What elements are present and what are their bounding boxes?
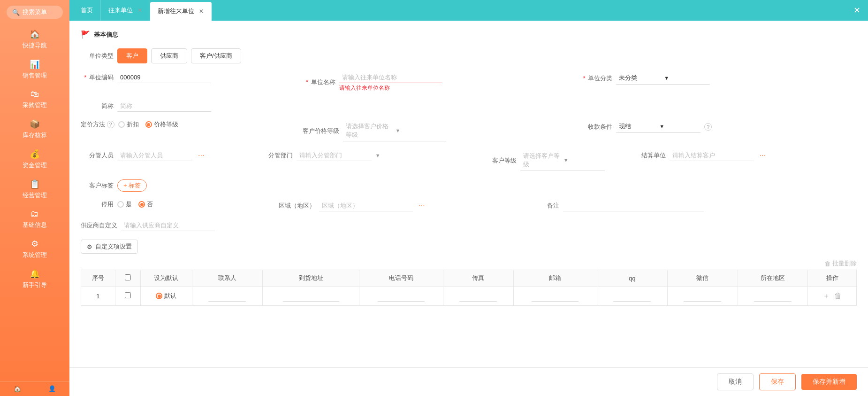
department-input[interactable] — [297, 150, 372, 161]
unit-btn-supplier[interactable]: 供应商 — [151, 48, 187, 63]
radio-disabled-no[interactable]: 否 — [138, 200, 153, 209]
alias-input[interactable] — [117, 101, 211, 112]
sidebar-item-label: 销售管理 — [23, 71, 47, 80]
search-menu-label: 搜索菜单 — [23, 8, 47, 16]
address-input[interactable] — [283, 290, 339, 302]
qq-input[interactable] — [613, 290, 651, 302]
unit-name-input[interactable] — [339, 72, 442, 83]
custom-settings-label: 自定义项设置 — [95, 242, 132, 251]
sidebar-item-operations[interactable]: 📋 经营管理 — [0, 174, 69, 204]
unit-type-label: 单位类型 — [81, 52, 114, 60]
unit-type-group: 客户 供应商 客户/供应商 — [117, 48, 241, 63]
table-cell-email[interactable] — [513, 287, 597, 306]
sidebar-item-finance[interactable]: 💰 资金管理 — [0, 144, 69, 174]
tab-new-counterpart-close[interactable]: ✕ — [199, 8, 204, 15]
table-cell-qq[interactable] — [597, 287, 667, 306]
guide-icon: 🔔 — [30, 269, 40, 279]
tab-home[interactable]: 首页 — [73, 0, 101, 21]
supervisor-more-icon[interactable]: ··· — [196, 151, 206, 160]
sidebar-item-sales[interactable]: 📊 销售管理 — [0, 54, 69, 85]
unit-name-error-msg: 请输入往来单位名称 — [339, 84, 580, 92]
table-cell-wechat[interactable] — [667, 287, 738, 306]
wechat-input[interactable] — [684, 290, 721, 302]
region-more-icon[interactable]: ··· — [417, 202, 426, 210]
sidebar-item-quick-nav[interactable]: 🏠 快捷导航 — [0, 24, 69, 54]
sidebar-item-system[interactable]: ⚙ 系统管理 — [0, 234, 69, 264]
add-tag-button[interactable]: + 标签 — [117, 179, 147, 192]
payment-terms-select[interactable]: 现结 ▼ — [616, 120, 700, 133]
table-cell-phone[interactable] — [359, 287, 443, 306]
table-cell-address[interactable] — [262, 287, 359, 306]
disabled-radio-group: 是 否 — [117, 200, 153, 209]
sidebar-bottom-user[interactable]: 👤 — [35, 381, 69, 396]
unit-category-select[interactable]: 未分类 ▼ — [616, 72, 710, 85]
save-button[interactable]: 保存 — [759, 373, 796, 390]
unit-btn-both[interactable]: 客户/供应商 — [191, 48, 241, 63]
radio-price-level[interactable]: 价格等级 — [145, 120, 178, 129]
tab-new-counterpart[interactable]: 新增往来单位 ✕ — [150, 2, 212, 21]
unit-category-required-star: * — [583, 75, 586, 82]
table-header-checkbox[interactable] — [115, 270, 140, 287]
remark-input[interactable] — [563, 200, 704, 211]
remark-label: 备注 — [526, 202, 559, 210]
table-cell-index: 1 — [81, 287, 115, 306]
window-close-button[interactable]: ✕ — [850, 5, 864, 16]
unit-btn-customer[interactable]: 客户 — [117, 48, 147, 63]
email-input[interactable] — [532, 290, 579, 302]
sidebar-bottom-home[interactable]: 🏠 — [0, 381, 35, 396]
table-row-add-button[interactable]: ＋ — [821, 291, 831, 301]
table-cell-region[interactable] — [738, 287, 808, 306]
unit-category-field: * 单位分类 未分类 ▼ — [579, 72, 857, 85]
settlement-more-icon[interactable]: ··· — [758, 151, 768, 160]
fax-input[interactable] — [459, 290, 497, 302]
batch-delete-button[interactable]: 🗑 批量删除 — [824, 259, 857, 268]
customer-level-select[interactable]: 请选择客户等级 ▼ — [520, 150, 605, 171]
save-new-button[interactable]: 保存并新增 — [801, 374, 857, 390]
cancel-button[interactable]: 取消 — [717, 373, 754, 390]
table-cell-fax[interactable] — [443, 287, 513, 306]
settlement-input[interactable] — [670, 150, 754, 161]
supplier-custom-input[interactable] — [121, 220, 215, 231]
custom-settings-button[interactable]: ⚙ 自定义项设置 — [81, 240, 138, 254]
search-menu-button[interactable]: 🔍 搜索菜单 — [7, 6, 63, 19]
department-field: 分管部门 ▼ — [260, 150, 484, 161]
tab-counterpart-close[interactable]: ✕ — [137, 7, 142, 14]
batch-delete-label: 批量删除 — [832, 259, 857, 268]
table-cell-checkbox[interactable] — [115, 287, 140, 306]
customer-level-placeholder: 请选择客户等级 — [523, 152, 562, 169]
sidebar-item-purchase[interactable]: 🛍 采购管理 — [0, 85, 69, 114]
contact-input[interactable] — [208, 290, 246, 302]
table-header-fax: 传真 — [443, 270, 513, 287]
region-table-input[interactable] — [754, 290, 792, 302]
sidebar-item-label: 资金管理 — [23, 161, 47, 170]
unit-code-input[interactable] — [117, 72, 211, 83]
payment-terms-help-icon[interactable]: ? — [704, 123, 712, 131]
department-chevron-icon: ▼ — [375, 153, 381, 158]
table-row-checkbox[interactable] — [125, 292, 131, 298]
radio-disabled-yes[interactable]: 是 — [117, 200, 132, 209]
table-row-delete-button[interactable]: 🗑 — [833, 292, 843, 300]
alias-field: 简称 — [81, 101, 303, 112]
table-cell-contact[interactable] — [192, 287, 262, 306]
unit-name-input-wrap: 请输入往来单位名称 — [339, 72, 580, 92]
sidebar-item-inventory[interactable]: 📦 库存核算 — [0, 114, 69, 144]
sidebar-item-basic-info[interactable]: 🗂 基础信息 — [0, 204, 69, 234]
radio-discount[interactable]: 折扣 — [118, 120, 139, 129]
row-default-radio[interactable]: 默认 — [146, 292, 186, 300]
sidebar-item-guide[interactable]: 🔔 新手引导 — [0, 264, 69, 294]
main-area: 首页 往来单位 ✕ 新增往来单位 ✕ ✕ 🚩 基本信息 单位类型 客户 供应商 — [69, 0, 868, 396]
pricing-method-label: 定价方法 ? — [81, 120, 114, 129]
remark-field: 备注 — [526, 200, 857, 211]
table-select-all-checkbox[interactable] — [125, 274, 131, 280]
region-field: 区域（地区） ··· — [279, 200, 526, 211]
tab-counterpart[interactable]: 往来单位 ✕ — [101, 0, 150, 21]
supervisor-row: 分管人员 ··· 分管部门 ▼ 客户等级 请选择客户等级 ▼ 结算单位 ··· — [81, 150, 857, 171]
region-input[interactable] — [319, 200, 413, 211]
phone-input[interactable] — [378, 290, 425, 302]
alias-row: 简称 — [81, 101, 857, 112]
pricing-help-icon[interactable]: ? — [107, 121, 114, 128]
customer-price-select[interactable]: 请选择客户价格等级 ▼ — [343, 120, 446, 141]
customer-level-chevron-icon: ▼ — [563, 157, 602, 163]
pricing-row: 定价方法 ? 折扣 价格等级 客户价格等级 请选择客户价 — [81, 120, 857, 141]
supervisor-input[interactable] — [117, 150, 192, 161]
